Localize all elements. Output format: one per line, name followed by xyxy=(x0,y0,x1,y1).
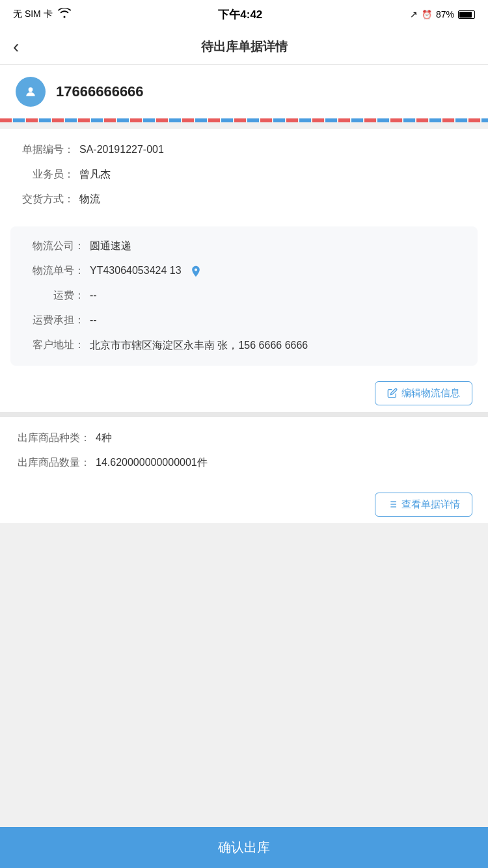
bottom-spacer xyxy=(0,523,488,816)
nav-bar: ‹ 待出库单据详情 xyxy=(0,29,488,65)
order-info-section: 单据编号： SA-20191227-001 业务员： 曾凡杰 交货方式： 物流 xyxy=(0,129,488,220)
product-quantity-value: 14.620000000000001件 xyxy=(96,455,472,470)
confirm-btn-bar: 确认出库 xyxy=(0,827,488,868)
view-detail-button[interactable]: 查看单据详情 xyxy=(375,493,472,517)
order-num-label: 单据编号： xyxy=(16,142,74,157)
freight-row: 运费： -- xyxy=(26,288,462,303)
customer-header: 17666666666 xyxy=(0,65,488,118)
status-right: ↗ ⏰ 87% xyxy=(410,9,475,20)
edit-icon xyxy=(387,388,398,398)
product-section: 出库商品种类： 4种 出库商品数量： 14.620000000000001件 xyxy=(0,417,488,483)
carrier-label: 无 SIM 卡 xyxy=(13,8,53,20)
battery-bar-icon xyxy=(458,10,475,19)
status-time: 下午4:42 xyxy=(218,7,262,22)
tracking-num-label: 物流单号： xyxy=(26,263,85,278)
order-num-value: SA-20191227-001 xyxy=(79,142,472,157)
alarm-icon: ⏰ xyxy=(422,10,432,20)
page-title: 待出库单据详情 xyxy=(201,38,288,55)
avatar xyxy=(16,77,46,107)
status-left: 无 SIM 卡 xyxy=(13,8,71,21)
sales-person-value: 曾凡杰 xyxy=(79,167,472,182)
status-bar: 无 SIM 卡 下午4:42 ↗ ⏰ 87% xyxy=(0,0,488,29)
location-icon: ↗ xyxy=(410,9,418,20)
freight-bearer-value: -- xyxy=(90,312,462,328)
logistics-card: 物流公司： 圆通速递 物流单号： YT43064053424 13 运费： -- xyxy=(10,226,478,366)
logistics-company-row: 物流公司： 圆通速递 xyxy=(26,238,462,254)
delivery-method-row: 交货方式： 物流 xyxy=(16,191,472,207)
tracking-num-row: 物流单号： YT43064053424 13 xyxy=(26,263,462,278)
product-quantity-label: 出库商品数量： xyxy=(16,455,90,470)
detail-icon xyxy=(387,499,398,509)
confirm-outbound-button[interactable]: 确认出库 xyxy=(0,839,488,856)
edit-btn-row: 编辑物流信息 xyxy=(0,372,488,412)
view-detail-label: 查看单据详情 xyxy=(401,498,460,511)
svg-point-0 xyxy=(29,87,33,92)
delivery-method-label: 交货方式： xyxy=(16,191,74,207)
customer-phone: 17666666666 xyxy=(56,83,144,100)
product-type-value: 4种 xyxy=(96,430,472,446)
dashed-decoration xyxy=(0,118,488,122)
product-type-label: 出库商品种类： xyxy=(16,430,90,446)
section-divider xyxy=(0,412,488,417)
address-label: 客户地址： xyxy=(26,337,85,353)
battery-label: 87% xyxy=(436,9,454,20)
edit-logistics-button[interactable]: 编辑物流信息 xyxy=(375,381,472,405)
sales-person-label: 业务员： xyxy=(16,167,74,182)
freight-label: 运费： xyxy=(26,288,85,303)
freight-bearer-row: 运费承担： -- xyxy=(26,312,462,328)
tracking-num-value: YT43064053424 13 xyxy=(90,263,462,278)
detail-btn-row: 查看单据详情 xyxy=(0,483,488,523)
product-type-row: 出库商品种类： 4种 xyxy=(16,430,472,446)
logistics-company-value: 圆通速递 xyxy=(90,238,462,254)
edit-logistics-label: 编辑物流信息 xyxy=(401,387,460,400)
person-icon xyxy=(24,85,37,98)
map-pin-icon[interactable] xyxy=(189,264,202,278)
address-value: 北京市市辖区海淀区永丰南 张，156 6666 6666 xyxy=(90,337,462,354)
delivery-method-value: 物流 xyxy=(79,191,472,207)
sales-person-row: 业务员： 曾凡杰 xyxy=(16,167,472,182)
freight-bearer-label: 运费承担： xyxy=(26,312,85,328)
logistics-company-label: 物流公司： xyxy=(26,238,85,254)
wifi-icon xyxy=(58,8,71,21)
order-num-row: 单据编号： SA-20191227-001 xyxy=(16,142,472,157)
address-row: 客户地址： 北京市市辖区海淀区永丰南 张，156 6666 6666 xyxy=(26,337,462,354)
product-quantity-row: 出库商品数量： 14.620000000000001件 xyxy=(16,455,472,470)
freight-value: -- xyxy=(90,288,462,303)
back-button[interactable]: ‹ xyxy=(13,36,39,57)
